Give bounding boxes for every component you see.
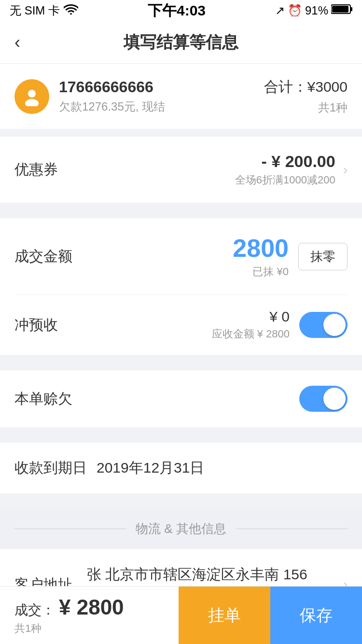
bottom-deal: 成交： ¥ 2800: [14, 595, 164, 619]
coupon-label: 优惠券: [14, 160, 58, 180]
prepaid-label: 冲预收: [14, 315, 58, 335]
content: 17666666666 欠款1276.35元, 现结 合计：¥3000 共1种 …: [0, 64, 362, 644]
amount-value: 2800: [233, 234, 289, 263]
divider-1: [0, 203, 362, 210]
nav-title: 填写结算等信息: [124, 31, 238, 54]
battery-icon: [331, 4, 352, 17]
bottom-bar: 成交： ¥ 2800 共1种 挂单 保存: [0, 586, 362, 644]
hang-order-button[interactable]: 挂单: [179, 587, 270, 644]
logistics-label: 物流 & 其他信息: [136, 520, 226, 537]
coupon-section: 优惠券 - ¥ 200.00 全场6折满1000减200 ›: [0, 137, 362, 203]
prepaid-toggle[interactable]: [299, 312, 348, 338]
svg-rect-1: [350, 7, 352, 11]
location-icon: ↗: [275, 4, 285, 17]
status-time: 下午4:03: [148, 1, 206, 21]
prepaid-value-block: ¥ 0 应收金额 ¥ 2800: [212, 308, 290, 341]
amount-section: 成交金额 2800 已抹 ¥0 抹零 冲预收 ¥ 0 应收金额 ¥ 2800: [0, 218, 362, 355]
divider-4: [0, 493, 362, 501]
status-bar: 无 SIM 卡 下午4:03 ↗ ⏰ 91%: [0, 0, 362, 21]
customer-total: 合计：¥3000: [264, 77, 348, 97]
divider-2: [0, 355, 362, 363]
back-button[interactable]: ‹: [14, 32, 20, 53]
coupon-discount: - ¥ 200.00: [235, 152, 335, 171]
avatar: [14, 79, 49, 114]
divider-line-right: [236, 529, 348, 529]
bottom-summary: 成交： ¥ 2800 共1种: [0, 595, 179, 636]
nav-bar: ‹ 填写结算等信息: [0, 21, 362, 64]
svg-point-4: [25, 99, 39, 106]
customer-info: 17666666666 欠款1276.35元, 现结: [59, 78, 165, 114]
coupon-row[interactable]: 优惠券 - ¥ 200.00 全场6折满1000减200 ›: [14, 137, 348, 203]
coupon-description: 全场6折满1000减200: [235, 173, 335, 187]
arrears-label: 本单赊欠: [14, 389, 72, 409]
divider-3: [0, 427, 362, 435]
status-left: 无 SIM 卡: [10, 3, 78, 18]
battery-percent: 91%: [305, 4, 328, 17]
sim-status: 无 SIM 卡: [10, 3, 60, 18]
prepaid-right: ¥ 0 应收金额 ¥ 2800: [212, 308, 348, 341]
deal-amount: ¥ 2800: [59, 595, 124, 619]
arrears-row: 本单赊欠: [14, 370, 348, 427]
customer-debt: 欠款1276.35元, 现结: [59, 99, 165, 114]
divider-line-left: [14, 529, 126, 529]
svg-point-3: [28, 90, 36, 98]
due-date-value: 2019年12月31日: [97, 458, 204, 478]
alarm-icon: ⏰: [288, 4, 302, 17]
amount-value-block: 2800 已抹 ¥0: [233, 234, 289, 279]
deal-count: 共1种: [14, 621, 164, 636]
arrears-section: 本单赊欠: [0, 370, 362, 427]
customer-right: 合计：¥3000 共1种: [264, 77, 348, 115]
amount-right: 2800 已抹 ¥0 抹零: [233, 234, 348, 279]
round-off-button[interactable]: 抹零: [298, 243, 348, 270]
prepaid-receivable: 应收金额 ¥ 2800: [212, 327, 290, 341]
prepaid-amount: ¥ 0: [212, 308, 290, 325]
customer-left: 17666666666 欠款1276.35元, 现结: [14, 78, 165, 114]
coupon-right: - ¥ 200.00 全场6折满1000减200 ›: [235, 152, 348, 187]
amount-row: 成交金额 2800 已抹 ¥0 抹零: [14, 218, 348, 295]
svg-rect-2: [332, 6, 348, 13]
amount-erased: 已抹 ¥0: [233, 265, 289, 279]
prepaid-row: 冲预收 ¥ 0 应收金额 ¥ 2800: [14, 295, 348, 355]
deal-label: 成交：: [14, 601, 55, 619]
logistics-divider: 物流 & 其他信息: [0, 509, 362, 549]
save-button[interactable]: 保存: [270, 587, 362, 644]
due-date-section: 收款到期日 2019年12月31日: [0, 443, 362, 493]
customer-card: 17666666666 欠款1276.35元, 现结 合计：¥3000 共1种: [0, 64, 362, 129]
wifi-icon: [64, 4, 78, 17]
coupon-value-block: - ¥ 200.00 全场6折满1000减200: [235, 152, 335, 187]
customer-count: 共1种: [264, 100, 348, 115]
customer-phone: 17666666666: [59, 78, 165, 96]
due-date-row: 收款到期日 2019年12月31日: [14, 443, 348, 493]
arrears-toggle[interactable]: [299, 386, 348, 412]
status-right: ↗ ⏰ 91%: [275, 4, 352, 17]
due-date-label: 收款到期日: [14, 458, 87, 478]
coupon-chevron-icon: ›: [343, 162, 348, 178]
amount-label: 成交金额: [14, 247, 72, 266]
